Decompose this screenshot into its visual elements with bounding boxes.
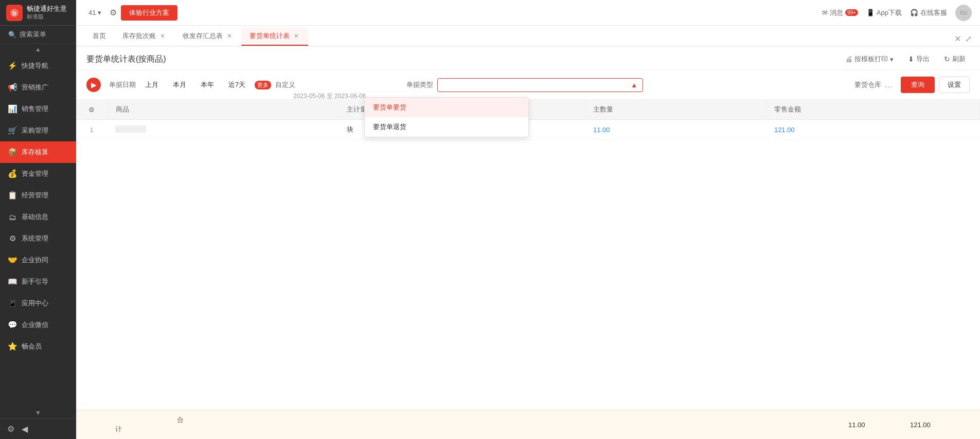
sidebar-item-label: 采购管理 [22,126,48,135]
sidebar-item-label: 畅会员 [22,342,42,351]
sidebar-item-label: 快捷导航 [22,61,48,70]
sidebar-nav: ⚡ 快捷导航 📢 营销推广 📊 销售管理 🛒 采购管理 📦 库存核算 💰 资金管… [0,55,76,407]
app-download-label: App下载 [877,8,902,17]
purchase-icon: 🛒 [7,125,17,136]
date-custom-btn[interactable]: 自定义 [275,80,295,89]
enterprise-icon: 🤝 [7,255,17,265]
tab-inventory-batch[interactable]: 库存批次账 ✕ [114,27,174,46]
guide-icon: 📖 [7,277,17,287]
date-prev-month-btn[interactable]: 上月 [140,78,164,92]
message-count: 99+ [845,9,858,16]
date-filter-section: 单据日期 上月 本月 本年 近7天 更多 自定义 [109,78,295,92]
filter-bar: ▶ 单据日期 上月 本月 本年 近7天 更多 自定义 2023-05-06 至 … [76,70,980,100]
quicknav-icon: ⚡ [7,61,17,71]
sidebar-item-enterprise[interactable]: 🤝 企业协同 [0,249,76,271]
col-quantity: 主数量 [585,100,766,120]
search-menu[interactable]: 🔍 搜索菜单 [0,26,76,44]
tabs-fullscreen-btn[interactable]: ⤢ [965,34,972,44]
app-name: 畅捷通好生意 [27,5,67,13]
trial-button[interactable]: 体验行业方案 [121,5,177,21]
export-label: 导出 [916,54,930,64]
sidebar-item-wechat[interactable]: 💬 企业微信 [0,314,76,336]
sidebar-item-operations[interactable]: 📋 经营管理 [0,185,76,206]
topbar-settings-icon[interactable]: ⚙ [110,8,117,17]
print-template-btn[interactable]: 🖨 按模板打印 ▾ [841,52,898,66]
export-btn[interactable]: ⬇ 导出 [904,52,934,66]
topbar-left: 41 ▾ ⚙ 体验行业方案 [84,5,814,21]
col-settings[interactable]: ⚙ [76,100,107,120]
dropdown-item-req-order[interactable]: 要货单要货 [365,98,528,117]
type-filter-section: 单据类型 ▲ [406,78,838,92]
sidebar-item-label: 库存核算 [22,148,48,157]
collapse-icon[interactable]: ◀ [22,424,28,434]
sidebar-item-inventory[interactable]: 📦 库存核算 [0,141,76,163]
filter-toggle[interactable]: ▶ [86,78,101,92]
refresh-btn[interactable]: ↻ 刷新 [940,52,970,66]
topbar-right: ✉ 消息 99+ 📱 App下载 🎧 在线客服 Rit [822,5,972,21]
page-header: 要货单统计表(按商品) 🖨 按模板打印 ▾ ⬇ 导出 ↻ 刷新 [76,46,980,70]
filter-settings-button[interactable]: 设置 [939,77,970,93]
warehouse-more-icon[interactable]: … [884,80,893,89]
tab-inventory-batch-close[interactable]: ✕ [159,32,166,40]
tab-recv-summary-close[interactable]: ✕ [226,32,233,40]
tab-req-summary-close[interactable]: ✕ [293,32,300,40]
sales-icon: 📊 [7,104,17,114]
page-content: 要货单统计表(按商品) 🖨 按模板打印 ▾ ⬇ 导出 ↻ 刷新 [76,46,980,439]
col-product: 商品 [107,100,338,120]
sidebar-item-guide[interactable]: 📖 新手引导 [0,271,76,292]
sidebar-item-label: 营销推广 [22,83,48,92]
logo-icon: b [6,5,23,21]
user-avatar[interactable]: Rit [955,5,972,21]
settings-bottom-icon[interactable]: ⚙ [7,424,14,434]
sidebar-item-marketing[interactable]: 📢 营销推广 [0,77,76,98]
sidebar-item-label: 系统管理 [22,234,48,243]
date-7days-btn[interactable]: 近7天 [223,78,251,92]
tab-recv-summary[interactable]: 收发存汇总表 ✕ [174,27,241,46]
sidebar-item-label: 资金管理 [22,169,48,178]
chevron-down-icon: ▾ [98,9,101,16]
breadcrumb-num: 41 [88,9,96,16]
main-content: 41 ▾ ⚙ 体验行业方案 ✉ 消息 99+ 📱 App下载 🎧 在线客服 Ri… [76,0,980,439]
warehouse-filter: 要货仓库 … [854,80,893,89]
online-service-label: 在线客服 [920,8,947,17]
export-icon: ⬇ [908,55,914,63]
tab-home[interactable]: 首页 [84,27,114,46]
tab-inventory-batch-label: 库存批次账 [122,31,156,41]
tabs-expand-btn[interactable]: ✕ [954,34,961,44]
breadcrumb-select[interactable]: 41 ▾ [84,7,105,19]
type-dropdown[interactable]: ▲ [437,78,643,92]
query-button[interactable]: 查询 [901,77,935,93]
message-badge[interactable]: ✉ 消息 99+ [822,8,858,17]
date-more-badge[interactable]: 更多 [255,81,271,89]
chevron-up-icon: ▲ [631,81,637,89]
sidebar-item-quicknav[interactable]: ⚡ 快捷导航 [0,55,76,77]
dropdown-item-req-return[interactable]: 要货单退货 [365,117,528,137]
tab-req-summary-label: 要货单统计表 [250,31,290,41]
sidebar-item-appstore[interactable]: 📱 应用中心 [0,292,76,314]
date-this-month-btn[interactable]: 本月 [168,78,191,92]
online-service[interactable]: 🎧 在线客服 [910,8,947,17]
scroll-down[interactable]: ▼ [0,407,76,418]
system-icon: ⚙ [7,233,17,244]
message-label: 消息 [830,8,843,17]
app-download[interactable]: 📱 App下载 [866,8,902,17]
finance-icon: 💰 [7,169,17,179]
date-this-year-btn[interactable]: 本年 [195,78,219,92]
sidebar-item-finance[interactable]: 💰 资金管理 [0,163,76,185]
sidebar-item-label: 企业微信 [22,320,48,330]
type-dropdown-overlay: 要货单要货 要货单退货 [364,97,529,137]
sidebar-item-system[interactable]: ⚙ 系统管理 [0,228,76,249]
sidebar-item-purchase[interactable]: 🛒 采购管理 [0,120,76,141]
sidebar-item-label: 销售管理 [22,104,48,114]
sidebar-item-member[interactable]: ⭐ 畅会员 [0,336,76,357]
sidebar-item-basics[interactable]: 🗂 基础信息 [0,206,76,228]
page-title: 要货单统计表(按商品) [86,54,166,65]
tab-req-summary[interactable]: 要货单统计表 ✕ [241,27,308,46]
search-label: 搜索菜单 [20,30,46,39]
sidebar: b 畅捷通好生意 标准版 🔍 搜索菜单 ▲ ⚡ 快捷导航 📢 营销推广 📊 销售… [0,0,76,439]
sidebar-item-sales[interactable]: 📊 销售管理 [0,98,76,120]
scroll-up[interactable]: ▲ [0,44,76,55]
sidebar-bottom-icons: ⚙ ◀ [7,424,28,434]
refresh-icon: ↻ [944,55,950,63]
operations-icon: 📋 [7,190,17,200]
